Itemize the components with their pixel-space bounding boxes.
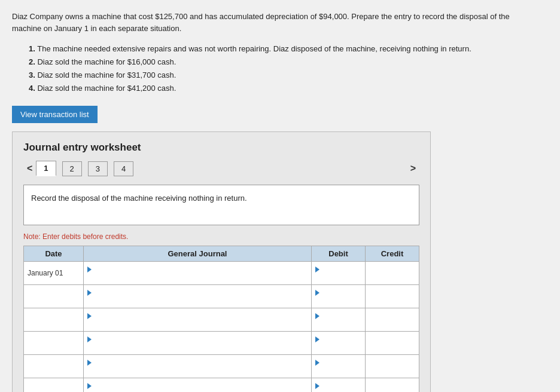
situation-4: 4. Diaz sold the machine for $41,200 cas… xyxy=(29,82,548,95)
tab-4[interactable]: 4 xyxy=(114,161,133,176)
date-cell-5 xyxy=(24,355,84,378)
date-cell-1: January 01 xyxy=(24,262,84,285)
prev-tab-button[interactable]: < xyxy=(23,162,36,175)
credit-input-1[interactable] xyxy=(369,270,415,278)
debit-input-1[interactable] xyxy=(315,274,361,282)
header-general-journal: General Journal xyxy=(84,246,312,262)
debit-input-3[interactable] xyxy=(315,320,361,329)
header-date: Date xyxy=(24,246,84,262)
table-row xyxy=(24,332,419,355)
journal-cell-1[interactable] xyxy=(84,262,312,285)
credit-cell-1[interactable] xyxy=(366,262,419,285)
tab-1[interactable]: 1 xyxy=(36,161,56,176)
debit-cell-1[interactable] xyxy=(312,262,366,285)
journal-cell-4[interactable] xyxy=(84,332,312,355)
journal-worksheet: Journal entry worksheet < 1 2 3 4 > Reco… xyxy=(12,131,431,392)
debit-cell-3[interactable] xyxy=(312,308,366,332)
view-transaction-button[interactable]: View transaction list xyxy=(12,106,98,123)
table-row: January 01 xyxy=(24,262,419,285)
situation-1: 1. The machine needed extensive repairs … xyxy=(29,42,548,56)
date-cell-2 xyxy=(24,285,84,308)
credit-cell-4[interactable] xyxy=(366,332,419,355)
next-tab-button[interactable]: > xyxy=(407,162,419,175)
journal-input-4[interactable] xyxy=(87,344,308,352)
debit-input-2[interactable] xyxy=(315,297,361,305)
header-debit: Debit xyxy=(312,246,366,262)
debit-input-5[interactable] xyxy=(315,367,361,375)
credit-input-4[interactable] xyxy=(369,339,415,348)
problem-intro: Diaz Company owns a machine that cost $1… xyxy=(12,11,526,34)
credit-input-5[interactable] xyxy=(369,363,415,371)
situation-2: 2. Diaz sold the machine for $16,000 cas… xyxy=(29,56,548,69)
tab-2[interactable]: 2 xyxy=(62,161,82,176)
journal-input-1[interactable] xyxy=(87,274,308,282)
credit-input-2[interactable] xyxy=(369,293,415,301)
situation-3: 3. Diaz sold the machine for $31,700 cas… xyxy=(29,69,548,82)
credit-cell-6[interactable] xyxy=(366,378,419,392)
table-row xyxy=(24,285,419,308)
credit-input-3[interactable] xyxy=(369,316,415,324)
credit-cell-3[interactable] xyxy=(366,308,419,332)
tabs-row: < 1 2 3 4 > xyxy=(23,161,419,176)
tab-3[interactable]: 3 xyxy=(88,161,108,176)
debit-cell-6[interactable] xyxy=(312,378,366,392)
date-cell-4 xyxy=(24,332,84,355)
credit-input-6[interactable] xyxy=(369,386,415,392)
worksheet-title: Journal entry worksheet xyxy=(23,142,419,154)
instruction-box: Record the disposal of the machine recei… xyxy=(23,185,419,225)
journal-cell-3[interactable] xyxy=(84,308,312,332)
table-row xyxy=(24,355,419,378)
date-cell-3 xyxy=(24,308,84,332)
journal-table: Date General Journal Debit Credit Januar… xyxy=(23,246,419,392)
journal-input-2[interactable] xyxy=(87,297,308,305)
credit-cell-2[interactable] xyxy=(366,285,419,308)
journal-cell-5[interactable] xyxy=(84,355,312,378)
table-row xyxy=(24,308,419,332)
debit-cell-4[interactable] xyxy=(312,332,366,355)
journal-cell-6[interactable] xyxy=(84,378,312,392)
credit-cell-5[interactable] xyxy=(366,355,419,378)
journal-cell-2[interactable] xyxy=(84,285,312,308)
debit-cell-2[interactable] xyxy=(312,285,366,308)
header-credit: Credit xyxy=(366,246,419,262)
table-row xyxy=(24,378,419,392)
note-text: Note: Enter debits before credits. xyxy=(23,232,419,241)
debit-input-4[interactable] xyxy=(315,344,361,352)
journal-input-5[interactable] xyxy=(87,367,308,375)
problem-list: 1. The machine needed extensive repairs … xyxy=(29,42,548,95)
date-cell-6 xyxy=(24,378,84,392)
debit-cell-5[interactable] xyxy=(312,355,366,378)
journal-input-3[interactable] xyxy=(87,320,308,329)
instruction-text: Record the disposal of the machine recei… xyxy=(31,194,247,203)
